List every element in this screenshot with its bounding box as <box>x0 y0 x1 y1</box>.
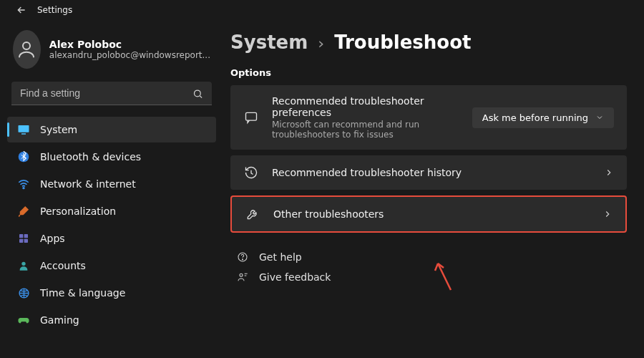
card-title: Other troubleshooters <box>273 208 590 220</box>
link-give-feedback[interactable]: Give feedback <box>236 271 627 283</box>
chevron-right-icon <box>602 209 613 219</box>
preferences-dropdown[interactable]: Ask me before running <box>472 107 614 128</box>
sidebar: Alex Poloboc alexandru_poloboc@windowsre… <box>0 17 223 358</box>
breadcrumb-current: Troubleshoot <box>334 32 471 53</box>
svg-point-5 <box>23 188 24 189</box>
svg-rect-9 <box>24 239 28 243</box>
profile-block[interactable]: Alex Poloboc alexandru_poloboc@windowsre… <box>7 27 216 76</box>
wifi-icon <box>17 178 30 190</box>
person-icon <box>17 259 30 272</box>
svg-point-1 <box>195 90 201 97</box>
sidebar-item-label: Bluetooth & devices <box>40 151 141 163</box>
profile-email: alexandru_poloboc@windowsreport... <box>49 50 210 60</box>
bluetooth-icon <box>17 150 30 163</box>
avatar <box>13 30 41 69</box>
sidebar-item-network[interactable]: Network & internet <box>7 171 216 197</box>
profile-name: Alex Poloboc <box>49 39 210 50</box>
svg-rect-12 <box>246 112 257 120</box>
feedback-icon <box>236 271 249 283</box>
sidebar-item-gaming[interactable]: Gaming <box>7 307 216 333</box>
svg-point-14 <box>242 259 243 260</box>
app-title: Settings <box>37 5 72 15</box>
monitor-icon <box>17 123 30 136</box>
chevron-right-icon <box>604 168 614 178</box>
sidebar-item-label: Time & language <box>40 287 125 299</box>
card-troubleshooter-history[interactable]: Recommended troubleshooter history <box>230 155 627 190</box>
svg-rect-2 <box>19 125 29 132</box>
section-options-label: Options <box>230 67 627 78</box>
sidebar-item-label: Gaming <box>40 314 79 326</box>
chevron-right-icon: › <box>318 34 324 52</box>
back-button[interactable] <box>16 4 27 16</box>
svg-point-15 <box>240 274 243 276</box>
svg-rect-8 <box>19 239 23 243</box>
svg-rect-7 <box>24 234 28 238</box>
svg-rect-6 <box>19 234 23 238</box>
gamepad-icon <box>17 314 30 326</box>
sidebar-item-accounts[interactable]: Accounts <box>7 253 216 279</box>
link-get-help[interactable]: Get help <box>236 251 627 263</box>
svg-point-0 <box>23 42 30 49</box>
nav-list: System Bluetooth & devices Network & int… <box>7 117 216 333</box>
link-label: Get help <box>259 251 302 263</box>
clock-globe-icon <box>17 286 30 299</box>
apps-icon <box>17 232 30 245</box>
card-title: Recommended troubleshooter history <box>272 167 591 178</box>
chevron-down-icon <box>595 113 604 122</box>
chat-icon <box>243 110 259 125</box>
sidebar-item-bluetooth[interactable]: Bluetooth & devices <box>7 144 216 170</box>
search-icon <box>192 88 203 99</box>
card-description: Microsoft can recommend and run troubles… <box>272 120 458 140</box>
search-box[interactable] <box>11 82 212 105</box>
help-icon <box>236 251 249 263</box>
svg-rect-3 <box>21 133 26 135</box>
main-panel: System › Troubleshoot Options Recommende… <box>223 17 644 358</box>
breadcrumb-parent[interactable]: System <box>230 32 308 53</box>
dropdown-value: Ask me before running <box>482 112 588 123</box>
sidebar-item-label: Accounts <box>40 260 86 271</box>
sidebar-item-label: Apps <box>40 233 65 244</box>
paintbrush-icon <box>17 205 30 218</box>
card-title: Recommended troubleshooter preferences <box>272 95 459 118</box>
sidebar-item-label: Personalization <box>40 205 116 217</box>
sidebar-item-system[interactable]: System <box>7 117 216 142</box>
sidebar-item-time-language[interactable]: Time & language <box>7 280 216 306</box>
card-troubleshooter-preferences[interactable]: Recommended troubleshooter preferences M… <box>230 85 627 150</box>
search-input[interactable] <box>11 82 212 105</box>
wrench-icon <box>245 207 260 221</box>
sidebar-item-label: Network & internet <box>40 178 136 190</box>
history-icon <box>243 165 259 180</box>
link-label: Give feedback <box>259 271 331 283</box>
sidebar-item-apps[interactable]: Apps <box>7 226 216 251</box>
breadcrumb: System › Troubleshoot <box>230 32 627 53</box>
sidebar-item-label: System <box>40 124 77 135</box>
card-other-troubleshooters[interactable]: Other troubleshooters <box>230 195 627 233</box>
svg-point-10 <box>21 262 25 266</box>
sidebar-item-personalization[interactable]: Personalization <box>7 198 216 224</box>
